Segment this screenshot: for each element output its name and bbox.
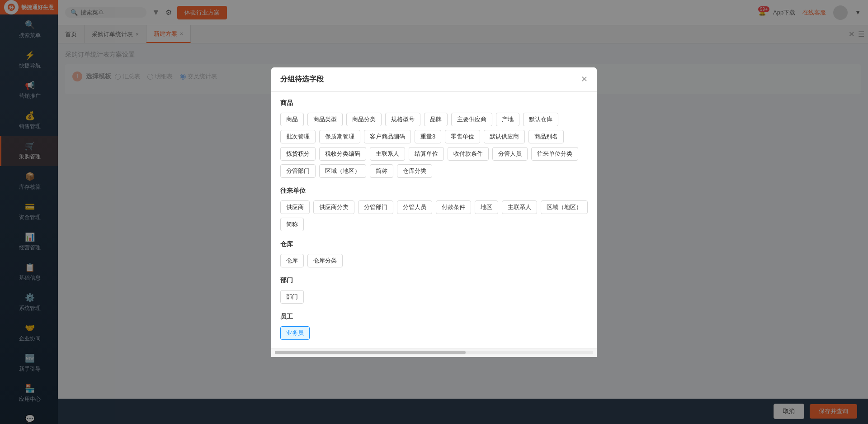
field-tag-origin[interactable]: 产地 [496, 113, 519, 126]
group-title-department: 部门 [280, 276, 588, 285]
group-title-employee: 员工 [280, 313, 588, 321]
field-tag-alias[interactable]: 商品别名 [528, 130, 564, 143]
field-tags-employee: 业务员 [280, 326, 588, 340]
field-tags-warehouse: 仓库 仓库分类 [280, 254, 588, 267]
field-tag-supplier-category[interactable]: 供应商分类 [313, 200, 354, 214]
field-tag-partner-supervisor[interactable]: 分管人员 [397, 200, 432, 214]
field-tag-default-warehouse[interactable]: 默认仓库 [523, 113, 558, 126]
field-group-department: 部门 部门 [280, 276, 588, 304]
field-tags-partner: 供应商 供应商分类 分管部门 分管人员 付款条件 地区 主联系人 区域（地区） … [280, 200, 588, 231]
field-tag-main-contact[interactable]: 主联系人 [370, 147, 405, 161]
field-tag-partner-category[interactable]: 往来单位分类 [531, 147, 578, 161]
field-select-modal: 分组待选字段 ✕ 商品 商品 商品类型 商品分类 规格型号 品牌 主要供应商 产… [271, 67, 597, 357]
field-tag-department[interactable]: 部门 [280, 290, 304, 304]
field-tag-dept[interactable]: 分管部门 [280, 164, 316, 178]
field-tag-supplier[interactable]: 供应商 [280, 200, 310, 214]
field-tag-partner-region[interactable]: 区域（地区） [541, 200, 588, 214]
field-tag-tax-code[interactable]: 税收分类编码 [319, 147, 366, 161]
field-group-partner: 往来单位 供应商 供应商分类 分管部门 分管人员 付款条件 地区 主联系人 区域… [280, 187, 588, 231]
field-tag-warehouse[interactable]: 仓库 [280, 254, 304, 267]
field-tag-spec-model[interactable]: 规格型号 [385, 113, 420, 126]
modal-title: 分组待选字段 [280, 75, 324, 84]
field-tags-product: 商品 商品类型 商品分类 规格型号 品牌 主要供应商 产地 默认仓库 批次管理 … [280, 113, 588, 178]
group-title-product: 商品 [280, 99, 588, 107]
field-tag-expiry[interactable]: 保质期管理 [319, 130, 360, 143]
modal-overlay: 分组待选字段 ✕ 商品 商品 商品类型 商品分类 规格型号 品牌 主要供应商 产… [0, 0, 868, 424]
group-title-partner: 往来单位 [280, 187, 588, 195]
hscrollbar-thumb [275, 351, 466, 354]
field-tag-salesperson[interactable]: 业务员 [280, 326, 310, 340]
field-tag-product-type[interactable]: 商品类型 [307, 113, 343, 126]
field-tag-main-supplier[interactable]: 主要供应商 [451, 113, 492, 126]
field-group-product: 商品 商品 商品类型 商品分类 规格型号 品牌 主要供应商 产地 默认仓库 批次… [280, 99, 588, 178]
field-tag-settle-unit[interactable]: 结算单位 [409, 147, 444, 161]
field-tag-partner-abbr[interactable]: 简称 [280, 218, 304, 231]
field-group-employee: 员工 业务员 [280, 313, 588, 340]
hscrollbar-track [275, 351, 593, 354]
field-tag-warehouse-cat[interactable]: 仓库分类 [307, 254, 343, 267]
modal-hscroll[interactable] [271, 348, 597, 357]
field-tag-customer-code[interactable]: 客户商品编码 [364, 130, 411, 143]
field-tag-pick-score[interactable]: 拣货积分 [280, 147, 316, 161]
field-tag-pay-condition[interactable]: 付款条件 [436, 200, 471, 214]
modal-body[interactable]: 商品 商品 商品类型 商品分类 规格型号 品牌 主要供应商 产地 默认仓库 批次… [271, 92, 597, 348]
field-tag-product[interactable]: 商品 [280, 113, 304, 126]
field-tag-abbr[interactable]: 简称 [370, 164, 393, 178]
group-title-warehouse: 仓库 [280, 240, 588, 248]
modal-close-btn[interactable]: ✕ [581, 75, 588, 83]
field-tag-partner-contact[interactable]: 主联系人 [502, 200, 537, 214]
field-group-warehouse: 仓库 仓库 仓库分类 [280, 240, 588, 267]
field-tag-area[interactable]: 地区 [475, 200, 498, 214]
field-tag-warehouse-category[interactable]: 仓库分类 [397, 164, 432, 178]
field-tag-product-category[interactable]: 商品分类 [346, 113, 382, 126]
field-tag-retail-unit[interactable]: 零售单位 [445, 130, 480, 143]
field-tags-department: 部门 [280, 290, 588, 304]
field-tag-weight3[interactable]: 重量3 [415, 130, 441, 143]
field-tag-partner-dept[interactable]: 分管部门 [358, 200, 393, 214]
field-tag-batch[interactable]: 批次管理 [280, 130, 316, 143]
field-tag-region[interactable]: 区域（地区） [319, 164, 366, 178]
field-tag-default-supplier[interactable]: 默认供应商 [484, 130, 525, 143]
field-tag-payment-terms[interactable]: 收付款条件 [448, 147, 489, 161]
field-tag-brand[interactable]: 品牌 [424, 113, 448, 126]
modal-header: 分组待选字段 ✕ [271, 67, 597, 92]
field-tag-supervisor[interactable]: 分管人员 [492, 147, 528, 161]
